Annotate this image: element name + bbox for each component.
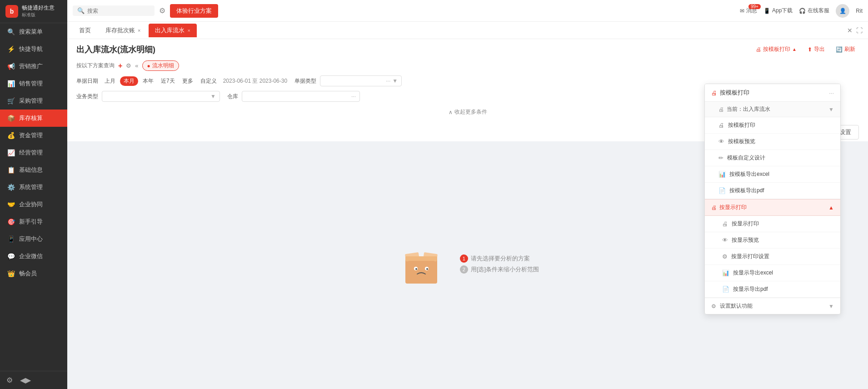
message-badge: 99+ bbox=[748, 4, 761, 9]
svg-point-7 bbox=[426, 268, 428, 270]
search-input[interactable] bbox=[87, 8, 142, 14]
sidebar-collapse-icon[interactable]: ◀▶ bbox=[20, 376, 31, 384]
collapse-label: 收起更多条件 bbox=[454, 108, 487, 116]
date-btn-this-month[interactable]: 本月 bbox=[120, 76, 138, 86]
maximize-window-icon[interactable]: ⛶ bbox=[856, 27, 863, 34]
filter-active-tag[interactable]: ● 流水明细 bbox=[142, 60, 179, 71]
sidebar-item-purchase[interactable]: 🛒 采购管理 bbox=[0, 92, 67, 110]
app-name: 畅捷通好生意 bbox=[22, 5, 55, 12]
date-btn-this-year[interactable]: 本年 bbox=[140, 76, 156, 86]
dropdown-template-pdf[interactable]: 📄 按模板导出pdf bbox=[705, 183, 840, 199]
tab-home[interactable]: 首页 bbox=[73, 24, 97, 37]
sidebar-item-label: 库存核算 bbox=[19, 114, 43, 122]
display-excel-label: 按显示导出excel bbox=[733, 269, 773, 277]
topbar-app-download[interactable]: 📱 App下载 bbox=[763, 7, 793, 15]
dropdown-template-preview[interactable]: 👁 按模板预览 bbox=[705, 134, 840, 150]
collapse-button[interactable]: ∧ 收起更多条件 bbox=[449, 108, 487, 116]
sidebar-item-guide[interactable]: 🎯 新手引导 bbox=[0, 213, 67, 230]
export-button[interactable]: ⬆ 导出 bbox=[804, 44, 828, 55]
tab-flowdetail-close[interactable]: × bbox=[187, 28, 190, 33]
doctype-label: 单据类型 bbox=[294, 77, 316, 85]
sales-icon: 📊 bbox=[6, 80, 15, 87]
dropdown-display-preview[interactable]: 👁 按显示预览 bbox=[705, 232, 840, 249]
sidebar-item-marketing[interactable]: 📢 营销推广 bbox=[0, 58, 67, 75]
date-btn-more[interactable]: 更多 bbox=[180, 76, 196, 86]
hint-2-text: 用[选]条件来缩小分析范围 bbox=[471, 265, 539, 274]
topbar: 🔍 ⚙ 体验行业方案 ✉ 消息 99+ 📱 App下载 🎧 在线客服 👤 Rit bbox=[67, 0, 868, 22]
tab-batchaccount[interactable]: 库存批次账 × bbox=[99, 24, 147, 37]
filter-setting-icon[interactable]: ⚙ bbox=[126, 62, 131, 69]
sidebar-item-wechat[interactable]: 💬 企业微信 bbox=[0, 248, 67, 265]
close-window-icon[interactable]: ✕ bbox=[847, 27, 853, 34]
dropdown-template-print[interactable]: 🖨 按模板打印 bbox=[705, 117, 840, 134]
sidebar-item-finance[interactable]: 💰 资金管理 bbox=[0, 127, 67, 144]
doctype-more-icon: ··· bbox=[386, 78, 390, 84]
filter-tag-icon: ● bbox=[147, 63, 150, 69]
sidebar-item-search[interactable]: 🔍 搜索菜单 bbox=[0, 23, 67, 40]
tab-flowdetail[interactable]: 出入库流水 × bbox=[149, 24, 196, 37]
sidebar-item-label: 销售管理 bbox=[19, 80, 43, 88]
sidebar-item-collab[interactable]: 🤝 企业协同 bbox=[0, 196, 67, 213]
sidebar-item-member[interactable]: 👑 畅会员 bbox=[0, 265, 67, 282]
dropdown-panel: 🖨 按模板打印 ··· 🖨 当前：出入库流水 ▼ 🖨 按模板打印 👁 按模板预览 bbox=[704, 84, 841, 314]
sidebar: b 畅捷通好生意 标准版 🔍 搜索菜单 ⚡ 快捷导航 📢 营销推广 📊 销售管理… bbox=[0, 0, 67, 389]
print-template-button[interactable]: 🖨 按模板打印 ▲ bbox=[752, 44, 800, 55]
filter-collapse-icon[interactable]: « bbox=[135, 62, 138, 69]
topbar-message[interactable]: ✉ 消息 99+ bbox=[740, 7, 757, 15]
dropdown-display-excel[interactable]: 📊 按显示导出excel bbox=[705, 265, 840, 281]
trial-button[interactable]: 体验行业方案 bbox=[170, 4, 218, 18]
date-btn-custom[interactable]: 自定义 bbox=[198, 76, 219, 86]
dropdown-template-custom[interactable]: ✏ 模板自定义设计 bbox=[705, 150, 840, 166]
sidebar-item-label: 营销推广 bbox=[19, 62, 43, 70]
date-btn-last7[interactable]: 近7天 bbox=[158, 76, 178, 86]
empty-illustration bbox=[396, 240, 446, 290]
dropdown-expand-icon[interactable]: ··· bbox=[829, 90, 834, 96]
content: 出入库流水(流水明细) 🖨 按模板打印 ▲ ⬆ 导出 🔄 刷新 bbox=[67, 39, 868, 389]
dropdown-template-excel[interactable]: 📊 按模板导出excel bbox=[705, 166, 840, 183]
sidebar-item-label: 畅会员 bbox=[19, 269, 37, 278]
user-avatar[interactable]: 👤 bbox=[836, 4, 849, 18]
filter-warehouse-field: 仓库 ··· bbox=[227, 91, 360, 102]
sidebar-settings-icon[interactable]: ⚙ bbox=[6, 376, 13, 384]
sidebar-item-system[interactable]: ⚙️ 系统管理 bbox=[0, 179, 67, 196]
dropdown-footer-default[interactable]: ⚙ 设置默认功能 ▼ bbox=[705, 298, 840, 314]
system-icon: ⚙️ bbox=[6, 184, 15, 191]
hint-2-number: 2 bbox=[460, 265, 468, 274]
date-range-display: 2023-06-01 至 2023-06-30 bbox=[223, 77, 287, 85]
main: 🔍 ⚙ 体验行业方案 ✉ 消息 99+ 📱 App下载 🎧 在线客服 👤 Rit bbox=[67, 0, 868, 389]
dropdown-display-print[interactable]: 🖨 按显示打印 bbox=[705, 216, 840, 232]
dropdown-section-display[interactable]: 🖨 按显示打印 ▲ bbox=[705, 199, 840, 216]
template-preview-label: 按模板预览 bbox=[728, 138, 755, 145]
dropdown-display-print-settings[interactable]: ⚙ 按显示打印设置 bbox=[705, 249, 840, 265]
quicknav-icon: ⚡ bbox=[6, 45, 15, 53]
sidebar-item-inventory[interactable]: 📦 库存核算 bbox=[0, 110, 67, 127]
topbar-search-box[interactable]: 🔍 bbox=[73, 5, 155, 16]
warehouse-select[interactable]: ··· bbox=[242, 91, 360, 102]
topbar-right: ✉ 消息 99+ 📱 App下载 🎧 在线客服 👤 Rit bbox=[740, 4, 863, 18]
biztype-label: 业务类型 bbox=[76, 93, 98, 100]
doctype-select[interactable]: ··· ▼ bbox=[320, 75, 402, 86]
wechat-icon: 💬 bbox=[6, 253, 15, 260]
dropdown-display-pdf[interactable]: 📄 按显示导出pdf bbox=[705, 281, 840, 298]
display-print-label: 按显示打印 bbox=[732, 220, 759, 228]
date-btn-last-month[interactable]: 上月 bbox=[102, 76, 118, 86]
sidebar-item-quicknav[interactable]: ⚡ 快捷导航 bbox=[0, 40, 67, 58]
default-func-icon: ⚙ bbox=[711, 303, 716, 309]
biztype-select[interactable]: ▼ bbox=[102, 91, 220, 102]
topbar-online-service[interactable]: 🎧 在线客服 bbox=[799, 7, 829, 15]
tab-batchaccount-close[interactable]: × bbox=[138, 28, 140, 33]
display-preview-icon: 👁 bbox=[722, 237, 728, 244]
template-excel-label: 按模板导出excel bbox=[729, 170, 769, 178]
sidebar-item-basic[interactable]: 📋 基础信息 bbox=[0, 161, 67, 179]
refresh-button[interactable]: 🔄 刷新 bbox=[832, 44, 859, 55]
dropdown-current[interactable]: 🖨 当前：出入库流水 ▼ bbox=[705, 102, 840, 117]
dropdown-current-label: 当前：出入库流水 bbox=[727, 105, 770, 113]
display-settings-label: 按显示打印设置 bbox=[731, 253, 769, 260]
empty-hint-1: 1 请先选择要分析的方案 bbox=[460, 254, 539, 263]
sidebar-item-sales[interactable]: 📊 销售管理 bbox=[0, 75, 67, 92]
topbar-gear-icon[interactable]: ⚙ bbox=[159, 6, 165, 15]
sidebar-item-apps[interactable]: 📱 应用中心 bbox=[0, 230, 67, 248]
filter-add-button[interactable]: + bbox=[118, 62, 122, 70]
sidebar-item-operations[interactable]: 📈 经营管理 bbox=[0, 144, 67, 161]
print-template-label: 按模板打印 bbox=[763, 45, 790, 53]
